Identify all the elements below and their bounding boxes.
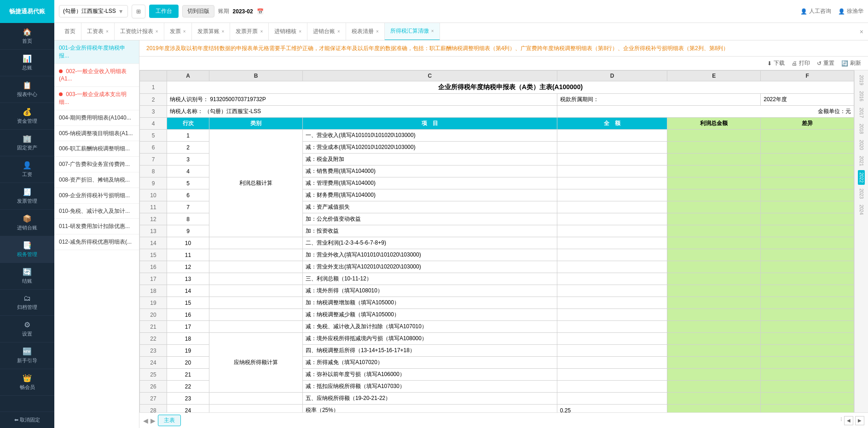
tab-payroll-stats[interactable]: 工资统计报表 × bbox=[115, 23, 164, 40]
sidebar-item-member[interactable]: 👑 畅会员 bbox=[0, 369, 54, 396]
scroll-right-button[interactable]: ▶ bbox=[855, 416, 864, 425]
sheet-nav-next[interactable]: ▶ bbox=[150, 417, 156, 424]
timeline-2023[interactable]: 2023 bbox=[858, 186, 865, 201]
tab-payroll[interactable]: 工资表 × bbox=[81, 23, 115, 40]
sidebar-item-assets[interactable]: 🏢 固定资产 bbox=[0, 130, 54, 156]
customer-service-button[interactable]: 👤 人工咨询 bbox=[800, 7, 831, 15]
spreadsheet-wrapper[interactable]: A B C D E F 1 企业所 bbox=[139, 70, 854, 412]
app-logo: 畅捷通易代账 bbox=[0, 0, 54, 23]
timeline-2019[interactable]: 2019 bbox=[858, 73, 865, 87]
sidebar-item-guide[interactable]: 🆕 新手引导 bbox=[0, 342, 54, 369]
user-profile-button[interactable]: 👤 徐渔华 bbox=[838, 7, 863, 15]
tab-invoice-calc[interactable]: 发票算账 × bbox=[192, 23, 231, 40]
error-dot-003 bbox=[59, 92, 63, 96]
sidebar-nav: 🏠 首页 📊 总账 📋 报表中心 💰 资金管理 🏢 固定资产 👤 工资 🧾 发票… bbox=[0, 23, 54, 411]
sidebar-item-invoice[interactable]: 🧾 发票管理 bbox=[0, 183, 54, 210]
tab-tax-schedule-close[interactable]: × bbox=[376, 29, 379, 34]
report-list-item-010[interactable]: 010-免税、减计收入及加计... bbox=[54, 204, 139, 219]
tab-ledger-label: 进销台账 bbox=[313, 28, 335, 35]
tab-income-tax-close[interactable]: × bbox=[431, 29, 434, 34]
timeline-2020[interactable]: 2020 bbox=[858, 137, 865, 152]
col-header-num bbox=[140, 71, 167, 81]
scroll-left-button[interactable]: ◀ bbox=[844, 416, 853, 425]
invoice-icon: 🧾 bbox=[23, 188, 32, 196]
tab-tax-schedule-label: 税表清册 bbox=[352, 28, 374, 35]
reports-icon: 📋 bbox=[23, 81, 32, 90]
download-button[interactable]: ⬇ 下载 bbox=[767, 59, 785, 67]
category-profit-calc: 利润总额计算 bbox=[209, 130, 303, 237]
tab-check[interactable]: 进销稽核 × bbox=[269, 23, 307, 40]
report-list-item-009[interactable]: 009-企业所得税补亏损明细... bbox=[54, 188, 139, 204]
report-list-item-012[interactable]: 012-减免所得税优惠明细表(... bbox=[54, 234, 139, 250]
table-row: 16 12 减：营业外支出(填写A102010\102020\103000) bbox=[140, 261, 854, 273]
report-list-item-001[interactable]: 001-企业所得税年度纳税申报... bbox=[54, 40, 139, 64]
sidebar-item-settings[interactable]: ⚙ 设置 bbox=[0, 316, 54, 342]
sidebar-item-tax[interactable]: 📑 税务管理 bbox=[0, 236, 54, 263]
refresh-label: 刷新 bbox=[850, 59, 861, 67]
tab-invoice[interactable]: 发票 × bbox=[164, 23, 192, 40]
nav-tabs-close-all[interactable]: × bbox=[860, 28, 863, 35]
reset-button[interactable]: ↺ 重置 bbox=[817, 59, 834, 67]
timeline-2018[interactable]: 2018 bbox=[858, 121, 865, 136]
tab-check-label: 进销稽核 bbox=[274, 28, 296, 35]
avatar: 👤 bbox=[838, 8, 845, 15]
calendar-icon[interactable]: 📅 bbox=[257, 8, 264, 15]
report-list-item-007[interactable]: 007-广告费和业务宣传费跨... bbox=[54, 157, 139, 172]
tab-invoice-issue[interactable]: 发票开票 × bbox=[230, 23, 269, 40]
sheet-tab-main[interactable]: 主表 bbox=[158, 415, 181, 426]
sidebar-item-label: 发票管理 bbox=[17, 198, 37, 205]
sidebar-item-close[interactable]: 🔄 结账 bbox=[0, 263, 54, 290]
table-title-row: 1 企业所得税年度纳税申报表（A类）主表(A100000) bbox=[140, 81, 854, 94]
refresh-button[interactable]: 🔄 刷新 bbox=[841, 59, 861, 67]
report-list-item-003[interactable]: 003-一般企业成本支出明细... bbox=[54, 87, 139, 110]
workbench-button[interactable]: 工作台 bbox=[149, 5, 179, 18]
company-settings-button[interactable]: ⊞ bbox=[132, 5, 145, 18]
report-list-item-004[interactable]: 004-期间费用明细表(A1040... bbox=[54, 110, 139, 126]
tab-payroll-close[interactable]: × bbox=[106, 29, 109, 34]
tab-home[interactable]: 首页 bbox=[59, 23, 81, 40]
settings-icon: ⚙ bbox=[24, 320, 30, 329]
archive-icon: 🗂 bbox=[23, 294, 31, 302]
sidebar-unpin-button[interactable]: ⬅ 取消固定 bbox=[0, 411, 54, 428]
timeline-2022[interactable]: 2022 bbox=[858, 170, 865, 185]
table-info-row-2: 2 纳税人识别号： 91320500703719732P 税款所属期间： 202… bbox=[140, 94, 854, 106]
col-row-num-header: 行次 bbox=[167, 118, 209, 130]
sidebar-item-archive[interactable]: 🗂 归档管理 bbox=[0, 290, 54, 316]
timeline-2017[interactable]: 2017 bbox=[858, 105, 865, 120]
timeline-2016[interactable]: 2016 bbox=[858, 89, 865, 103]
sidebar-item-finance[interactable]: 💰 资金管理 bbox=[0, 103, 54, 130]
report-list-item-006[interactable]: 006-职工薪酬纳税调整明细... bbox=[54, 141, 139, 157]
tab-ledger[interactable]: 进销台账 × bbox=[307, 23, 346, 40]
company-selector[interactable]: (勾册）江西服宝-LSS ▼ bbox=[59, 5, 128, 17]
row-num-4: 4 bbox=[140, 118, 167, 130]
tab-invoice-calc-close[interactable]: × bbox=[222, 29, 225, 34]
sidebar-item-payroll[interactable]: 👤 工资 bbox=[0, 156, 54, 183]
tab-income-tax[interactable]: 所得税汇算清缴 × bbox=[385, 23, 440, 40]
table-row: 19 15 加：纳税调整增加额（填写A105000） bbox=[140, 297, 854, 309]
switch-version-button[interactable]: 切到旧版 bbox=[182, 5, 214, 17]
sidebar-item-general-ledger[interactable]: 📊 总账 bbox=[0, 50, 54, 76]
col-item-header: 项 目 bbox=[302, 118, 557, 130]
tab-tax-schedule[interactable]: 税表清册 × bbox=[346, 23, 385, 40]
report-list-item-005[interactable]: 005-纳税调整项目明细表(A1... bbox=[54, 126, 139, 142]
sheet-nav-prev[interactable]: ◀ bbox=[143, 417, 148, 424]
tab-invoice-close[interactable]: × bbox=[183, 29, 186, 34]
tab-payroll-stats-close[interactable]: × bbox=[156, 29, 158, 34]
print-button[interactable]: 🖨 打印 bbox=[792, 59, 810, 67]
timeline-2021[interactable]: 2021 bbox=[858, 154, 865, 168]
report-006-label: 006-职工薪酬纳税调整明细... bbox=[59, 145, 130, 152]
timeline-2024[interactable]: 2024 bbox=[858, 202, 865, 217]
tab-ledger-close[interactable]: × bbox=[337, 29, 340, 34]
service-icon: 👤 bbox=[800, 8, 807, 15]
sidebar-item-purchase-sales[interactable]: 📦 进销台账 bbox=[0, 210, 54, 236]
sidebar-item-reports[interactable]: 📋 报表中心 bbox=[0, 76, 54, 103]
tax-period-value-cell: 2022年度 bbox=[761, 94, 854, 106]
taxpayer-id-label: 纳税人识别号： bbox=[170, 96, 208, 103]
tab-invoice-issue-close[interactable]: × bbox=[260, 29, 263, 34]
report-list-item-011[interactable]: 011-研发费用加计扣除优惠... bbox=[54, 219, 139, 234]
report-list-item-002[interactable]: 002-一般企业收入明细表(A1... bbox=[54, 64, 139, 87]
sidebar-item-home[interactable]: 🏠 首页 bbox=[0, 23, 54, 50]
tab-check-close[interactable]: × bbox=[299, 29, 301, 34]
report-list-item-008[interactable]: 008-资产折旧、摊销及纳税... bbox=[54, 172, 139, 188]
ledger-icon: 📊 bbox=[23, 54, 32, 63]
